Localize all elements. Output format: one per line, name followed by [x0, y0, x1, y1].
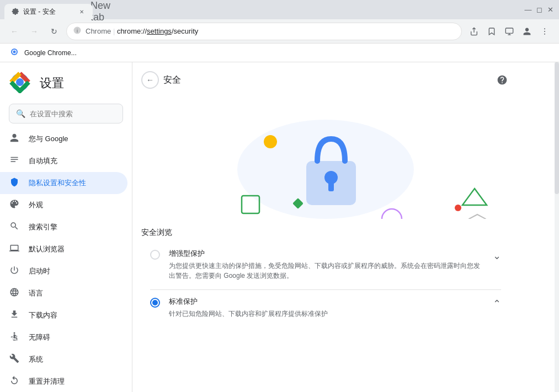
sidebar-item-startup[interactable]: 启动时 — [0, 260, 127, 282]
tab-settings-icon — [11, 7, 20, 16]
wrench-icon — [9, 353, 20, 366]
sidebar-item-reset[interactable]: 重置并清理 — [0, 370, 127, 392]
standard-protection-option[interactable]: 标准保护 针对已知危险网站、下载内容和扩展程序提供标准保护 ⌃ — [141, 290, 510, 325]
main-layout: 设置 🔍 您与 Google 自动填充 隐私设置和安全性 — [0, 62, 559, 392]
url-chrome-label: Chrome — [86, 27, 111, 35]
address-bar[interactable]: i Chrome | chrome://settings/security — [66, 23, 462, 40]
sidebar-label-language: 语言 — [29, 288, 43, 298]
power-icon — [9, 265, 20, 277]
safe-browsing-section: 安全浏览 增强型保护 为您提供更快速主动的保护措施，免受危险网站、下载内容或扩展… — [141, 228, 510, 325]
sidebar-label-search: 搜索引擎 — [29, 222, 57, 232]
sidebar-item-google[interactable]: 您与 Google — [0, 128, 127, 150]
search-nav-icon — [9, 221, 20, 233]
app-header-title: Google Chrome... — [24, 49, 77, 57]
svg-point-7 — [544, 33, 545, 34]
sidebar-label-privacy: 隐私设置和安全性 — [29, 178, 86, 188]
tab-search-button[interactable] — [502, 24, 517, 39]
close-button[interactable]: ✕ — [546, 6, 555, 14]
content-scrollbar-thumb[interactable] — [555, 62, 559, 194]
minimize-button[interactable]: — — [524, 6, 533, 14]
svg-point-10 — [13, 51, 16, 53]
download-icon — [9, 309, 20, 321]
forward-button[interactable]: → — [26, 24, 42, 39]
standard-radio-button[interactable] — [150, 298, 160, 308]
svg-point-5 — [544, 28, 545, 29]
sidebar: 设置 🔍 您与 Google 自动填充 隐私设置和安全性 — [0, 62, 132, 392]
toolbar-actions — [466, 24, 552, 39]
app-header: Google Chrome... — [0, 44, 559, 62]
help-button[interactable] — [494, 72, 510, 88]
sidebar-title: 设置 — [40, 75, 64, 92]
tab-strip: 设置 - 安全 ✕ New tab — [4, 0, 519, 19]
sidebar-item-language[interactable]: 语言 — [0, 282, 127, 304]
sidebar-item-autofill[interactable]: 自动填充 — [0, 150, 127, 172]
sidebar-item-privacy[interactable]: 隐私设置和安全性 — [0, 172, 127, 194]
enhanced-desc: 为您提供更快速主动的保护措施，免受危险网站、下载内容或扩展程序的威胁。系统会在密… — [169, 261, 484, 281]
svg-marker-30 — [462, 189, 487, 205]
sidebar-item-default-browser[interactable]: 默认浏览器 — [0, 238, 127, 260]
svg-point-13 — [16, 78, 24, 86]
chrome-logo — [9, 46, 20, 59]
search-icon: 🔍 — [16, 109, 25, 118]
svg-marker-31 — [469, 214, 486, 219]
standard-expand-icon[interactable]: ⌃ — [493, 298, 501, 310]
url-text: Chrome | chrome://settings/security — [86, 27, 455, 35]
active-tab[interactable]: 设置 - 安全 ✕ — [4, 4, 93, 19]
section-title: 安全浏览 — [141, 228, 510, 238]
sidebar-label-accessibility: 无障碍 — [29, 332, 50, 342]
profile-button[interactable] — [519, 24, 535, 39]
search-input[interactable] — [30, 110, 116, 118]
standard-desc: 针对已知危险网站、下载内容和扩展程序提供标准保护 — [169, 309, 484, 319]
language-icon — [9, 287, 20, 299]
site-lock-icon: i — [73, 26, 81, 36]
accessibility-icon — [9, 331, 20, 343]
back-button[interactable]: ← — [7, 24, 22, 39]
enhanced-protection-option[interactable]: 增强型保护 为您提供更快速主动的保护措施，免受危险网站、下载内容或扩展程序的威胁… — [141, 242, 510, 287]
sidebar-item-system[interactable]: 系统 — [0, 348, 127, 370]
enhanced-radio-button[interactable] — [150, 250, 160, 260]
sidebar-label-reset: 重置并清理 — [29, 377, 65, 386]
page-header: ← 安全 — [141, 62, 510, 93]
enhanced-expand-icon[interactable]: ⌄ — [493, 250, 501, 262]
sidebar-label-downloads: 下载内容 — [29, 310, 57, 320]
sidebar-item-downloads[interactable]: 下载内容 — [0, 304, 127, 326]
search-box[interactable]: 🔍 — [9, 104, 123, 123]
monitor-icon — [9, 243, 20, 255]
new-tab-button[interactable]: New tab — [93, 4, 108, 19]
sidebar-label-startup: 启动时 — [29, 266, 50, 276]
svg-point-18 — [14, 332, 15, 334]
svg-rect-2 — [505, 28, 513, 33]
standard-label: 标准保护 — [169, 297, 484, 307]
hero-illustration — [141, 98, 510, 219]
bookmark-button[interactable] — [484, 24, 499, 39]
svg-rect-16 — [10, 161, 15, 162]
sidebar-item-appearance[interactable]: 外观 — [0, 194, 127, 216]
sidebar-label-google: 您与 Google — [29, 134, 68, 144]
enhanced-radio-content: 增强型保护 为您提供更快速主动的保护措施，免受危险网站、下载内容或扩展程序的威胁… — [169, 249, 484, 281]
enhanced-label: 增强型保护 — [169, 249, 484, 259]
svg-point-28 — [382, 209, 402, 219]
content-scrollbar-track — [555, 62, 559, 392]
svg-point-23 — [264, 135, 277, 148]
maximize-button[interactable]: ◻ — [535, 6, 544, 14]
sidebar-item-accessibility[interactable]: 无障碍 — [0, 326, 127, 348]
menu-button[interactable] — [537, 24, 552, 39]
content-inner: ← 安全 — [132, 62, 519, 336]
back-button[interactable]: ← — [141, 71, 159, 89]
sidebar-label-default-browser: 默认浏览器 — [29, 244, 65, 254]
svg-text:i: i — [77, 28, 78, 34]
toolbar: ← → ↻ i Chrome | chrome://settings/secur… — [0, 19, 559, 44]
appearance-icon — [9, 199, 20, 211]
svg-rect-22 — [328, 180, 334, 191]
autofill-icon — [9, 155, 20, 167]
tab-close-button[interactable]: ✕ — [77, 7, 86, 16]
content-area: ← 安全 — [132, 62, 559, 392]
reload-button[interactable]: ↻ — [46, 24, 62, 39]
url-path: chrome:// — [117, 27, 147, 35]
svg-rect-14 — [10, 157, 18, 158]
share-button[interactable] — [466, 24, 482, 39]
svg-point-6 — [544, 31, 545, 32]
tab-title: 设置 - 安全 — [23, 7, 74, 17]
sidebar-item-search[interactable]: 搜索引擎 — [0, 216, 127, 238]
sidebar-label-system: 系统 — [29, 355, 43, 364]
